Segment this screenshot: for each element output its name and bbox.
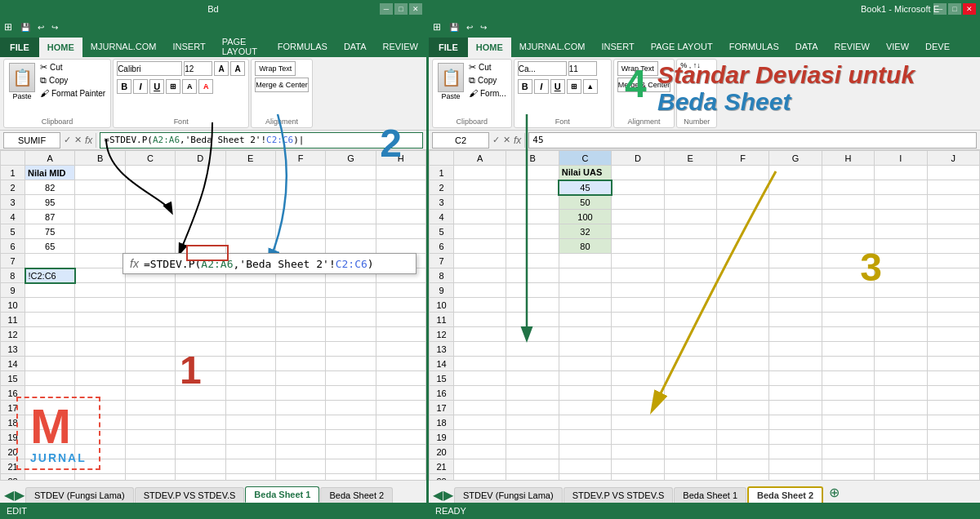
- cell-3-7[interactable]: [376, 195, 425, 210]
- font-size-input-left[interactable]: [184, 61, 212, 76]
- cell-right-1-4[interactable]: [664, 166, 716, 180]
- cell-right-21-6[interactable]: [769, 459, 822, 474]
- cell-14-2[interactable]: [125, 357, 175, 371]
- cell-right-2-6[interactable]: [769, 180, 822, 195]
- cell-right-18-6[interactable]: [769, 415, 822, 430]
- cell-right-14-9[interactable]: [927, 357, 979, 371]
- tab-file-left[interactable]: FILE: [0, 36, 39, 57]
- cell-right-11-8[interactable]: [875, 313, 927, 327]
- cell-22-1[interactable]: [75, 474, 125, 481]
- fill-btn-left[interactable]: A: [182, 79, 197, 94]
- cell-14-6[interactable]: [326, 357, 376, 371]
- cell-8-3[interactable]: [176, 268, 225, 283]
- cell-right-9-4[interactable]: [664, 283, 716, 298]
- font-grow-btn-left[interactable]: A: [214, 61, 229, 76]
- cell-right-16-7[interactable]: [822, 386, 874, 401]
- cell-22-0[interactable]: [25, 474, 75, 481]
- cell-right-7-3[interactable]: [612, 254, 664, 268]
- cell-right-6-2[interactable]: 80: [559, 239, 611, 254]
- cell-right-17-3[interactable]: [612, 401, 664, 415]
- cell-21-6[interactable]: [326, 459, 376, 474]
- cell-7-4[interactable]: [225, 254, 275, 268]
- cell-right-2-3[interactable]: [612, 180, 664, 195]
- cell-right-5-0[interactable]: [454, 224, 506, 239]
- cell-8-0[interactable]: !C2:C6: [25, 268, 75, 283]
- cell-right-10-6[interactable]: [769, 298, 822, 313]
- cell-right-5-5[interactable]: [716, 224, 768, 239]
- cell-right-9-2[interactable]: [559, 283, 611, 298]
- cell-right-22-8[interactable]: [875, 474, 927, 481]
- cell-right-16-1[interactable]: [506, 386, 559, 401]
- cell-right-2-1[interactable]: [506, 180, 559, 195]
- cell-right-14-6[interactable]: [769, 357, 822, 371]
- cell-right-19-6[interactable]: [769, 430, 822, 445]
- cell-8-1[interactable]: [75, 268, 125, 283]
- cell-12-4[interactable]: [225, 327, 275, 342]
- cell-right-22-2[interactable]: [559, 474, 611, 481]
- cell-right-14-2[interactable]: [559, 357, 611, 371]
- cell-right-19-2[interactable]: [559, 430, 611, 445]
- cell-4-5[interactable]: [275, 210, 325, 224]
- cell-right-14-8[interactable]: [875, 357, 927, 371]
- cell-right-18-1[interactable]: [506, 415, 559, 430]
- cell-right-15-7[interactable]: [822, 371, 874, 386]
- qa-redo-right[interactable]: ↪: [478, 22, 489, 33]
- cell-right-21-0[interactable]: [454, 459, 506, 474]
- cell-11-1[interactable]: [75, 313, 125, 327]
- sheet-nav-right-left[interactable]: ▶: [15, 487, 24, 503]
- cut-button-right[interactable]: ✂ Cut: [467, 61, 508, 73]
- cell-18-1[interactable]: [75, 415, 125, 430]
- cell-right-13-9[interactable]: [927, 342, 979, 357]
- cell-11-6[interactable]: [326, 313, 376, 327]
- cell-6-7[interactable]: [376, 239, 425, 254]
- cell-right-16-0[interactable]: [454, 386, 506, 401]
- cell-21-2[interactable]: [125, 459, 175, 474]
- cell-15-5[interactable]: [275, 371, 325, 386]
- cell-right-8-3[interactable]: [612, 268, 664, 283]
- cell-right-18-8[interactable]: [875, 415, 927, 430]
- cell-right-11-7[interactable]: [822, 313, 874, 327]
- cell-right-15-5[interactable]: [716, 371, 768, 386]
- cell-15-1[interactable]: [75, 371, 125, 386]
- tab-formulas-left[interactable]: FORMULAS: [270, 36, 336, 57]
- font-shrink-btn-left[interactable]: A: [230, 61, 245, 76]
- cell-14-1[interactable]: [75, 357, 125, 371]
- cell-18-3[interactable]: [176, 415, 225, 430]
- cell-20-1[interactable]: [75, 445, 125, 459]
- cell-10-4[interactable]: [225, 298, 275, 313]
- sheet-tab-stdevp-vs-left[interactable]: STDEV.P VS STDEV.S: [135, 487, 245, 503]
- cell-right-22-5[interactable]: [716, 474, 768, 481]
- cell-right-8-2[interactable]: [559, 268, 611, 283]
- cell-11-7[interactable]: [376, 313, 425, 327]
- cell-right-4-2[interactable]: 100: [559, 210, 611, 224]
- cell-1-0[interactable]: Nilai MID: [25, 166, 75, 180]
- cell-14-5[interactable]: [275, 357, 325, 371]
- qa-save-left[interactable]: 💾: [18, 22, 33, 33]
- cell-right-8-7[interactable]: [822, 268, 874, 283]
- add-sheet-btn-right[interactable]: ⊕: [824, 482, 844, 503]
- cell-right-1-7[interactable]: [822, 166, 874, 180]
- cell-16-5[interactable]: [275, 386, 325, 401]
- color-btn-left[interactable]: A: [198, 79, 213, 94]
- cell-4-3[interactable]: [176, 210, 225, 224]
- cell-right-16-4[interactable]: [664, 386, 716, 401]
- cell-22-5[interactable]: [275, 474, 325, 481]
- cell-6-1[interactable]: [75, 239, 125, 254]
- cell-right-20-1[interactable]: [506, 445, 559, 459]
- cell-right-1-6[interactable]: [769, 166, 822, 180]
- cell-right-9-9[interactable]: [927, 283, 979, 298]
- tab-data-right[interactable]: DATA: [787, 36, 826, 57]
- close-btn-right[interactable]: ✕: [963, 3, 976, 15]
- cell-right-5-7[interactable]: [822, 224, 874, 239]
- cell-right-5-4[interactable]: [664, 224, 716, 239]
- cell-17-2[interactable]: [125, 401, 175, 415]
- cell-right-1-2[interactable]: Nilai UAS: [559, 166, 611, 180]
- cell-right-4-4[interactable]: [664, 210, 716, 224]
- cell-12-2[interactable]: [125, 327, 175, 342]
- qa-undo-left[interactable]: ↩: [35, 22, 47, 33]
- formula-input-left[interactable]: =STDEV.P(A2:A6,'Beda Sheet 2'!C2:C6)|: [100, 132, 423, 149]
- cell-11-3[interactable]: [176, 313, 225, 327]
- cell-right-12-1[interactable]: [506, 327, 559, 342]
- cell-9-6[interactable]: [326, 283, 376, 298]
- cell-15-3[interactable]: [176, 371, 225, 386]
